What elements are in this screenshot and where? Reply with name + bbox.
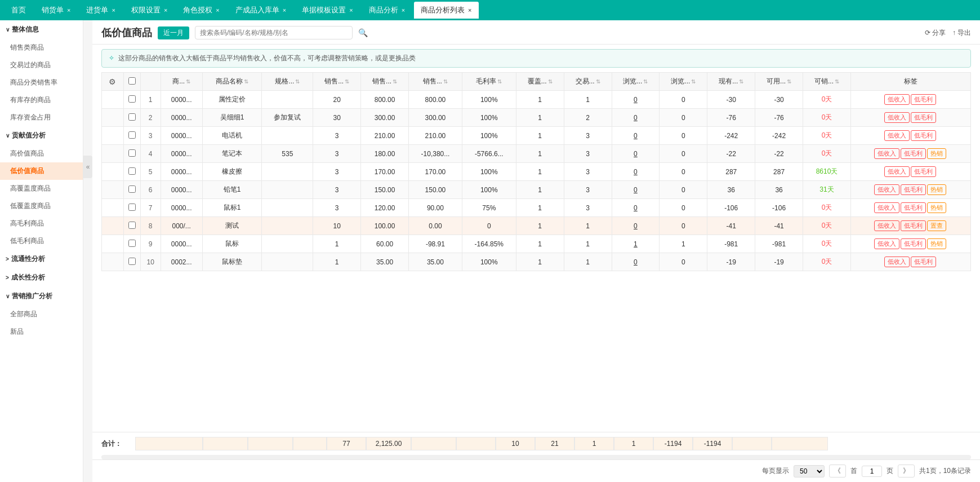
row-browse1[interactable]: 1 [612,235,660,253]
row-checkbox-cell[interactable] [123,163,140,181]
close-icon[interactable]: × [164,7,167,14]
sidebar-item-商品分类销售率[interactable]: 商品分类销售率 [0,74,83,91]
close-icon[interactable]: × [67,7,70,14]
browse1-link[interactable]: 0 [634,258,638,266]
sort-icon[interactable]: ⇅ [345,78,349,85]
col-header-14[interactable]: 标签 [850,73,970,91]
col-header-12[interactable]: 可用...⇅ [755,73,803,91]
sidebar-item-全部商品[interactable]: 全部商品 [0,306,83,323]
nav-item-进货单[interactable]: 进货单× [79,2,122,19]
gear-button[interactable]: ⚙ [109,77,116,86]
browse1-link[interactable]: 0 [634,96,638,104]
nav-item-权限设置[interactable]: 权限设置× [124,2,174,19]
row-checkbox-cell[interactable] [123,127,140,145]
per-page-select[interactable]: 50 100 [794,465,825,477]
row-checkbox-cell[interactable] [123,235,140,253]
row-browse1[interactable]: 0 [612,217,660,235]
col-header-8[interactable]: 交易...⇅ [564,73,612,91]
row-checkbox-cell[interactable] [123,109,140,127]
row-checkbox[interactable] [128,204,136,211]
sidebar-item-有库存的商品[interactable]: 有库存的商品 [0,91,83,109]
row-browse1[interactable]: 0 [612,181,660,199]
browse1-link[interactable]: 0 [634,186,638,194]
col-header-9[interactable]: 浏览...⇅ [612,73,660,91]
nav-item-产成品入库单[interactable]: 产成品入库单× [229,2,293,19]
sidebar-group-营销推广分析[interactable]: ∨营销推广分析 [0,287,83,306]
sort-icon[interactable]: ⇅ [393,78,397,85]
row-browse1[interactable]: 0 [612,127,660,145]
browse1-link[interactable]: 1 [634,240,638,248]
period-button[interactable]: 近一月 [158,26,189,39]
col-header-1[interactable]: 商品名称⇅ [202,73,262,91]
sort-icon[interactable]: ⇅ [835,78,839,85]
share-button[interactable]: ⟳ 分享 [925,28,946,38]
sort-icon[interactable]: ⇅ [548,78,553,85]
col-header-0[interactable]: 商...⇅ [161,73,202,91]
sidebar-item-库存资金占用[interactable]: 库存资金占用 [0,109,83,126]
nav-item-商品分析列表[interactable]: 商品分析列表× [414,2,478,19]
sort-icon[interactable]: ⇅ [643,78,648,85]
row-checkbox[interactable] [128,185,136,193]
row-checkbox[interactable] [128,131,136,139]
row-checkbox-cell[interactable] [123,181,140,199]
col-header-6[interactable]: 毛利率⇅ [462,73,516,91]
col-header-4[interactable]: 销售...⇅ [361,73,409,91]
row-browse1[interactable]: 0 [612,91,660,109]
col-header-7[interactable]: 覆盖...⇅ [516,73,564,91]
close-icon[interactable]: × [283,7,286,14]
nav-item-销货单[interactable]: 销货单× [35,2,77,19]
checkbox-col-header[interactable] [123,73,140,91]
sidebar-item-新品[interactable]: 新品 [0,323,83,341]
col-header-5[interactable]: 销售...⇅ [409,73,462,91]
browse1-link[interactable]: 0 [634,222,638,230]
sidebar-item-低覆盖度商品[interactable]: 低覆盖度商品 [0,197,83,215]
row-checkbox-cell[interactable] [123,91,140,109]
sidebar-group-成长性分析[interactable]: >成长性分析 [0,268,83,287]
sort-icon[interactable]: ⇅ [497,78,502,85]
browse1-link[interactable]: 0 [634,150,638,158]
table-container[interactable]: ⚙ 商...⇅商品名称⇅规格...⇅销售...⇅销售...⇅销售...⇅毛利率⇅… [92,72,980,432]
sidebar-item-低价值商品[interactable]: 低价值商品 [0,162,83,180]
row-checkbox[interactable] [128,95,136,103]
col-header-10[interactable]: 浏览...⇅ [660,73,707,91]
last-page-btn[interactable]: 》 [898,465,915,477]
col-header-3[interactable]: 销售...⇅ [313,73,361,91]
row-checkbox[interactable] [128,222,136,229]
close-icon[interactable]: × [112,7,115,14]
browse1-link[interactable]: 0 [634,204,638,212]
nav-item-首页[interactable]: 首页 [5,2,33,19]
gear-col-header[interactable]: ⚙ [102,73,124,91]
row-browse1[interactable]: 0 [612,163,660,181]
close-icon[interactable]: × [468,7,471,14]
sort-icon[interactable]: ⇅ [691,78,696,85]
nav-item-角色授权[interactable]: 角色授权× [176,2,226,19]
page-input[interactable] [862,466,882,477]
row-checkbox-cell[interactable] [123,217,140,235]
row-checkbox-cell[interactable] [123,199,140,217]
search-icon[interactable]: 🔍 [358,28,368,37]
row-checkbox[interactable] [128,113,136,121]
export-button[interactable]: ↑ 导出 [952,28,971,38]
row-browse1[interactable]: 0 [612,199,660,217]
select-all-checkbox[interactable] [128,77,136,85]
nav-item-单据模板设置[interactable]: 单据模板设置× [295,2,359,19]
sort-icon[interactable]: ⇅ [443,78,448,85]
sort-icon[interactable]: ⇅ [295,78,300,85]
sidebar-item-高覆盖度商品[interactable]: 高覆盖度商品 [0,180,83,197]
col-header-13[interactable]: 可销...⇅ [803,73,851,91]
sort-icon[interactable]: ⇅ [186,78,190,85]
sort-icon[interactable]: ⇅ [596,78,600,85]
col-header-2[interactable]: 规格...⇅ [262,73,313,91]
row-browse1[interactable]: 0 [612,145,660,163]
browse1-link[interactable]: 0 [634,168,638,176]
horizontal-scrollbar[interactable] [101,455,971,459]
row-checkbox[interactable] [128,240,136,247]
sort-icon[interactable]: ⇅ [787,78,791,85]
row-browse1[interactable]: 0 [612,109,660,127]
sort-icon[interactable]: ⇅ [739,78,743,85]
browse1-link[interactable]: 0 [634,132,638,140]
sidebar-item-交易过的商品[interactable]: 交易过的商品 [0,56,83,74]
sidebar-group-贡献值分析[interactable]: ∨贡献值分析 [0,126,83,145]
close-icon[interactable]: × [216,7,219,14]
sidebar-item-销售类商品[interactable]: 销售类商品 [0,39,83,56]
